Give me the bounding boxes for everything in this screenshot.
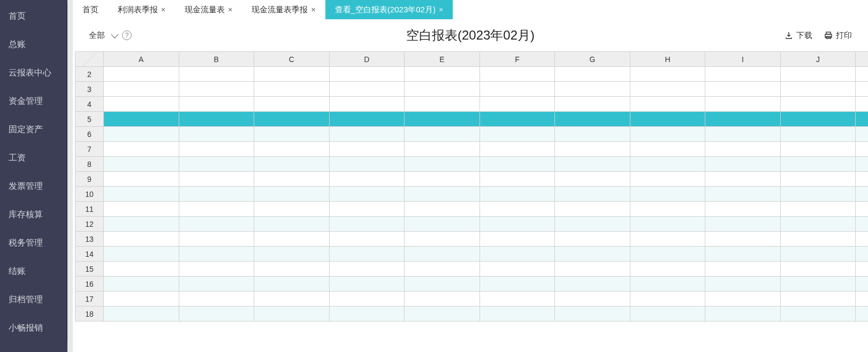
column-header-E[interactable]: E [405, 52, 480, 67]
close-icon[interactable]: × [161, 5, 165, 14]
row-header-15[interactable]: 15 [75, 262, 104, 277]
row-header-14[interactable]: 14 [75, 247, 104, 262]
cell-E14[interactable] [405, 247, 480, 262]
column-header-K[interactable]: K [856, 52, 868, 67]
cell-H6[interactable] [630, 127, 705, 142]
cell-B9[interactable] [179, 172, 254, 187]
cell-A4[interactable] [103, 97, 179, 112]
cell-H11[interactable] [630, 202, 705, 217]
cell-B18[interactable] [179, 307, 254, 322]
cell-J3[interactable] [780, 82, 856, 97]
row-header-12[interactable]: 12 [75, 217, 104, 232]
cell-G6[interactable] [555, 127, 630, 142]
cell-J14[interactable] [780, 247, 856, 262]
cell-K3[interactable] [856, 82, 868, 97]
row-header-13[interactable]: 13 [75, 232, 104, 247]
row-header-17[interactable]: 17 [75, 292, 104, 307]
cell-F7[interactable] [479, 142, 555, 157]
sidebar-item-home[interactable]: 首页 [0, 2, 66, 30]
cell-C9[interactable] [254, 172, 330, 187]
cell-F10[interactable] [479, 187, 555, 202]
cell-I2[interactable] [705, 67, 781, 82]
cell-H10[interactable] [630, 187, 705, 202]
cell-H18[interactable] [630, 307, 705, 322]
cell-I12[interactable] [705, 217, 781, 232]
cell-G16[interactable] [555, 277, 630, 292]
cell-C2[interactable] [254, 67, 330, 82]
cell-E4[interactable] [405, 97, 480, 112]
cell-H17[interactable] [630, 292, 705, 307]
cell-H3[interactable] [630, 82, 705, 97]
cell-B8[interactable] [179, 157, 254, 172]
cell-D7[interactable] [329, 142, 405, 157]
cell-F17[interactable] [479, 292, 555, 307]
cell-J5[interactable] [780, 112, 856, 127]
cell-G18[interactable] [555, 307, 630, 322]
cell-F18[interactable] [479, 307, 555, 322]
cell-I8[interactable] [705, 157, 781, 172]
tab-2[interactable]: 现金流量表× [175, 0, 242, 19]
cell-G13[interactable] [555, 232, 630, 247]
cell-A17[interactable] [103, 292, 179, 307]
cell-J13[interactable] [780, 232, 856, 247]
cell-H5[interactable] [630, 112, 705, 127]
cell-D4[interactable] [329, 97, 405, 112]
cell-D10[interactable] [329, 187, 405, 202]
cell-D17[interactable] [329, 292, 405, 307]
cell-B11[interactable] [179, 202, 254, 217]
cell-K17[interactable] [856, 292, 868, 307]
cell-E6[interactable] [405, 127, 480, 142]
cell-E11[interactable] [405, 202, 480, 217]
download-button[interactable]: 下载 [785, 30, 812, 41]
cell-G3[interactable] [555, 82, 630, 97]
sidebar-item-salary[interactable]: 工资 [0, 144, 66, 172]
column-header-A[interactable]: A [103, 52, 179, 67]
cell-K5[interactable] [856, 112, 868, 127]
cell-A18[interactable] [103, 307, 179, 322]
cell-E18[interactable] [405, 307, 480, 322]
row-header-2[interactable]: 2 [75, 67, 104, 82]
cell-I7[interactable] [705, 142, 781, 157]
cell-A9[interactable] [103, 172, 179, 187]
cell-A12[interactable] [103, 217, 179, 232]
sheet-corner[interactable] [75, 52, 104, 67]
sidebar-item-invoice[interactable]: 发票管理 [0, 172, 66, 201]
cell-E15[interactable] [405, 262, 480, 277]
cell-I13[interactable] [705, 232, 781, 247]
cell-D2[interactable] [329, 67, 405, 82]
cell-C3[interactable] [254, 82, 330, 97]
cell-I10[interactable] [705, 187, 781, 202]
column-header-F[interactable]: F [479, 52, 555, 67]
sidebar-item-funds[interactable]: 资金管理 [0, 87, 66, 116]
cell-E8[interactable] [405, 157, 480, 172]
row-header-10[interactable]: 10 [75, 187, 104, 202]
cell-H2[interactable] [630, 67, 705, 82]
cell-A5[interactable] [103, 112, 179, 127]
cell-E17[interactable] [405, 292, 480, 307]
cell-K4[interactable] [856, 97, 868, 112]
cell-E7[interactable] [405, 142, 480, 157]
cell-A13[interactable] [103, 232, 179, 247]
column-header-D[interactable]: D [329, 52, 405, 67]
cell-G9[interactable] [555, 172, 630, 187]
sidebar-item-tax[interactable]: 税务管理 [0, 229, 66, 257]
cell-B17[interactable] [179, 292, 254, 307]
cell-E12[interactable] [405, 217, 480, 232]
cell-K7[interactable] [856, 142, 868, 157]
cell-D14[interactable] [329, 247, 405, 262]
cell-J16[interactable] [780, 277, 856, 292]
cell-G14[interactable] [555, 247, 630, 262]
cell-J12[interactable] [780, 217, 856, 232]
tab-3[interactable]: 现金流量表季报× [242, 0, 325, 19]
cell-A6[interactable] [103, 127, 179, 142]
column-header-H[interactable]: H [630, 52, 705, 67]
cell-J17[interactable] [780, 292, 856, 307]
cell-K8[interactable] [856, 157, 868, 172]
cell-C16[interactable] [254, 277, 330, 292]
row-header-5[interactable]: 5 [75, 112, 104, 127]
cell-H14[interactable] [630, 247, 705, 262]
cell-G2[interactable] [555, 67, 630, 82]
close-icon[interactable]: × [311, 5, 315, 14]
cell-C13[interactable] [254, 232, 330, 247]
cell-E16[interactable] [405, 277, 480, 292]
